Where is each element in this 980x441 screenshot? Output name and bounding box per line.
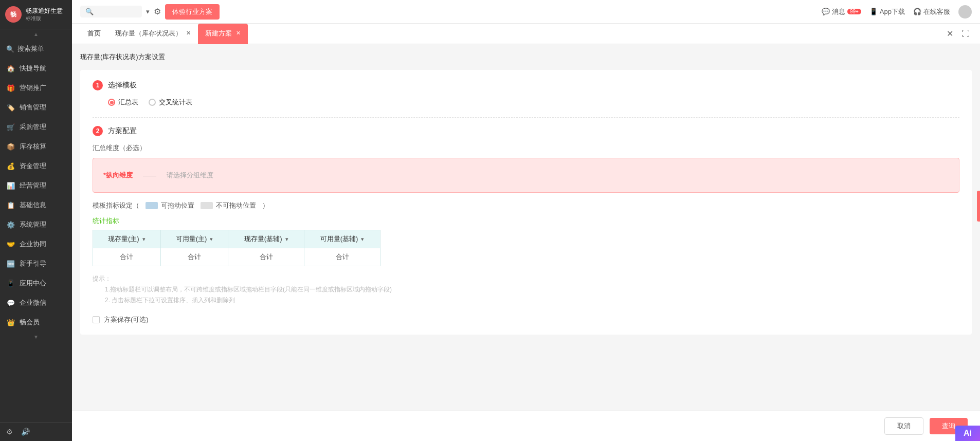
radio-summary-indicator	[108, 99, 115, 106]
topbar-dropdown[interactable]: ▾	[146, 8, 150, 15]
topbar-search[interactable]: 🔍	[80, 6, 142, 17]
right-scroll-bar[interactable]	[977, 191, 980, 222]
draggable-legend-box	[146, 202, 158, 209]
sidebar-item-marketing[interactable]: 🎁 营销推广	[0, 78, 72, 98]
sidebar-item-warehouse[interactable]: 📦 库存核算	[0, 137, 72, 156]
gear-icon[interactable]: ⚙	[154, 7, 161, 16]
info-icon: 📋	[6, 200, 15, 210]
nondraggable-legend-label: 不可拖动位置	[216, 201, 256, 210]
online-service-label: 在线客服	[923, 7, 950, 16]
headset-icon: 🎧	[913, 8, 921, 15]
dimension-placeholder: 请选择分组维度	[167, 171, 213, 180]
sidebar-item-label: 快捷导航	[20, 64, 46, 73]
col-header-0[interactable]: 现存量(主) ▾	[93, 230, 161, 248]
chevron-down-2: ▾	[285, 236, 288, 243]
hint-prefix: 提示：	[93, 274, 959, 283]
cell-2: 合计	[228, 248, 304, 266]
stats-label: 统计指标	[93, 216, 959, 226]
settings-icon: ⚙️	[6, 220, 15, 229]
page-title: 现存量(库存状况表)方案设置	[80, 52, 972, 62]
app-download-btn[interactable]: 📱 App下载	[869, 7, 905, 16]
logo-icon: 畅	[5, 6, 22, 23]
tab-inventory-close[interactable]: ✕	[186, 30, 191, 36]
scroll-down-indicator[interactable]: ▼	[0, 332, 72, 342]
tab-new-plan[interactable]: 新建方案 ✕	[198, 24, 248, 44]
sidebar-item-management[interactable]: 📊 经营管理	[0, 176, 72, 195]
col-header-2[interactable]: 现存量(基辅) ▾	[228, 230, 304, 248]
sidebar-item-system[interactable]: ⚙️ 系统管理	[0, 215, 72, 234]
sidebar-item-sales[interactable]: 🏷️ 销售管理	[0, 98, 72, 117]
sidebar-item-label: 资金管理	[20, 161, 46, 171]
cancel-button[interactable]: 取消	[884, 417, 923, 435]
sidebar-item-app-center[interactable]: 📱 应用中心	[0, 273, 72, 293]
app-name: 畅康通好生意	[26, 7, 63, 15]
gift-icon: 🎁	[6, 83, 15, 93]
tab-inventory[interactable]: 现存量（库存状况表） ✕	[108, 24, 198, 44]
ai-badge[interactable]: Ai	[955, 426, 980, 441]
col-header-3[interactable]: 可用量(基辅) ▾	[304, 230, 380, 248]
sidebar-item-corp-collab[interactable]: 🤝 企业协同	[0, 234, 72, 254]
sidebar-item-quicknav[interactable]: 🏠 快捷导航	[0, 59, 72, 78]
home-icon: 🏠	[6, 64, 15, 73]
tab-home[interactable]: 首页	[80, 24, 108, 44]
indicator-suffix: ）	[262, 201, 269, 210]
sidebar-item-label: 企业微信	[20, 298, 46, 307]
app-edition: 标准版	[26, 15, 63, 22]
sidebar-search[interactable]: 🔍 搜索菜单	[0, 39, 72, 59]
tab-close-icon[interactable]: ✕	[945, 27, 955, 41]
tab-new-plan-close[interactable]: ✕	[236, 30, 241, 36]
indicator-label: 模板指标设定（	[93, 201, 139, 210]
sidebar-item-label: 营销推广	[20, 83, 46, 93]
chevron-down-0: ▾	[142, 236, 146, 243]
tab-home-label: 首页	[87, 29, 101, 38]
search-icon: 🔍	[85, 8, 94, 15]
audio-icon[interactable]: 🔊	[21, 428, 30, 436]
messages-btn[interactable]: 💬 消息 99+	[822, 7, 861, 16]
trial-btn[interactable]: 体验行业方案	[165, 4, 220, 20]
section-template: 1 选择模板 汇总表 交叉统计表	[93, 80, 959, 107]
table-row: 合计 合计 合计 合计	[93, 248, 380, 266]
draggable-legend-label: 可拖动位置	[161, 201, 194, 210]
cell-1: 合计	[160, 248, 228, 266]
settings-bottom-icon[interactable]: ⚙	[6, 428, 13, 436]
shopping-icon: 🛒	[6, 122, 15, 132]
col-header-1[interactable]: 可用量(主) ▾	[160, 230, 228, 248]
search-icon: 🔍	[6, 45, 14, 53]
user-avatar[interactable]	[958, 5, 972, 19]
sidebar-item-label: 新手引导	[20, 259, 46, 268]
save-checkbox[interactable]	[93, 316, 100, 323]
content-area: 现存量(库存状况表)方案设置 1 选择模板 汇总表 交叉统计表	[72, 44, 980, 411]
online-service-btn[interactable]: 🎧 在线客服	[913, 7, 950, 16]
hint-2: 2. 点击标题栏下拉可设置排序、插入列和删除列	[93, 296, 959, 305]
save-label: 方案保存(可选)	[104, 315, 149, 324]
chevron-down-3: ▾	[361, 236, 364, 243]
radio-summary-table[interactable]: 汇总表	[108, 98, 138, 107]
dimension-box[interactable]: *纵向维度 —— 请选择分组维度	[93, 158, 959, 193]
member-icon: 👑	[6, 318, 15, 327]
scroll-up-indicator[interactable]: ▲	[0, 29, 72, 39]
wechat-icon: 💬	[6, 298, 15, 307]
radio-cross-table[interactable]: 交叉统计表	[149, 98, 192, 107]
sidebar-item-member[interactable]: 👑 畅会员	[0, 313, 72, 332]
radio-cross-label: 交叉统计表	[159, 98, 192, 107]
radio-summary-label: 汇总表	[118, 98, 138, 107]
sidebar-item-finance[interactable]: 💰 资金管理	[0, 156, 72, 176]
footer: 取消 查询	[72, 411, 980, 441]
phone-icon: 📱	[869, 8, 878, 15]
message-icon: 💬	[822, 8, 830, 15]
indicator-setting: 模板指标设定（ 可拖动位置 不可拖动位置 ）	[93, 201, 959, 210]
sidebar-item-wechat[interactable]: 💬 企业微信	[0, 293, 72, 313]
sidebar-item-basic-info[interactable]: 📋 基础信息	[0, 195, 72, 215]
sidebar-item-label: 系统管理	[20, 220, 46, 229]
messages-label: 消息	[832, 7, 845, 16]
col-1-label: 可用量(主)	[176, 234, 207, 244]
sidebar-item-label: 畅会员	[20, 318, 40, 327]
sidebar-item-purchase[interactable]: 🛒 采购管理	[0, 117, 72, 137]
col-3-label: 可用量(基辅)	[320, 234, 358, 244]
sidebar-item-guide[interactable]: 🆕 新手引导	[0, 254, 72, 273]
aggregate-label: 汇总维度（必选）	[93, 143, 959, 153]
tab-expand-icon[interactable]: ⛶	[959, 27, 972, 41]
avatar	[958, 5, 972, 19]
search-label: 搜索菜单	[17, 44, 44, 53]
tab-inventory-label: 现存量（库存状况表）	[115, 29, 182, 38]
